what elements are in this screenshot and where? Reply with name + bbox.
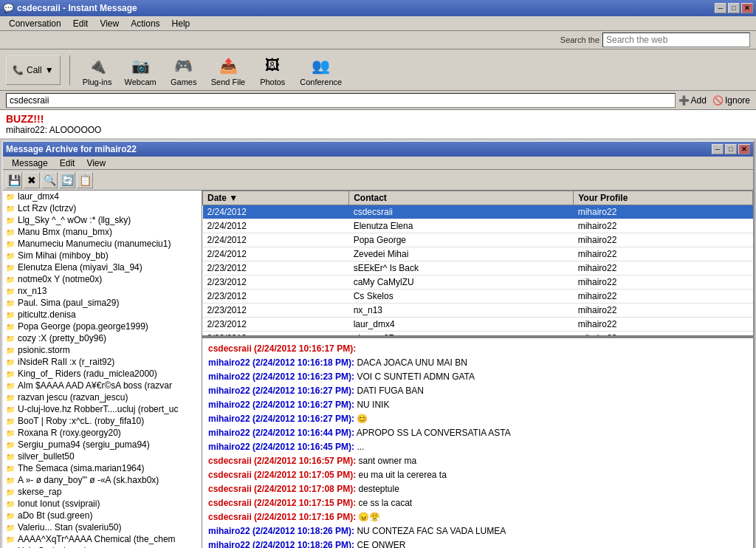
contact-item[interactable]: 📁iNsideR RaIl :x (r_rait92) bbox=[3, 356, 202, 368]
inner-clipboard-button[interactable]: 📋 bbox=[77, 172, 93, 188]
contact-item[interactable]: 📁A »- ø dany_boy'" ø -«A (sk.haxb0x) bbox=[3, 474, 202, 486]
inner-title-bar: Message Archive for mihairo22 ─ □ ✕ bbox=[3, 142, 753, 157]
plug-ins-button[interactable]: 🔌 Plug-ins bbox=[79, 52, 116, 88]
contact-item[interactable]: 📁Lct Rzv (lctrzv) bbox=[3, 202, 202, 214]
contact-item[interactable]: 📁Valeriu... Stan (svaleriu50) bbox=[3, 521, 202, 533]
table-row[interactable]: 2/23/2012caMy CaMylZUmihairo22 bbox=[203, 275, 753, 290]
table-row[interactable]: 2/23/2012Cs Skelosmihairo22 bbox=[203, 290, 753, 304]
contact-item[interactable]: 📁skerse_rap bbox=[3, 486, 202, 498]
close-button[interactable]: ✕ bbox=[741, 3, 753, 13]
minimize-button[interactable]: ─ bbox=[715, 3, 726, 13]
conference-button[interactable]: 👥 Conference bbox=[297, 52, 345, 88]
menu-conversation[interactable]: Conversation bbox=[3, 17, 67, 30]
contact-item[interactable]: 📁King_of_ Riders (radu_miclea2000) bbox=[3, 368, 202, 380]
table-row[interactable]: 2/24/2012Popa Georgemihairo22 bbox=[203, 233, 753, 247]
main-title-bar: 💬 csdecsraii - Instant Message ─ □ ✕ bbox=[0, 0, 756, 16]
table-row[interactable]: 2/24/2012Zevedei Mihaimihairo22 bbox=[203, 247, 753, 261]
contact-item[interactable]: 📁U-cluj-love.hz RobberT....ucluj (robert… bbox=[3, 403, 202, 415]
contact-item[interactable]: 📁Sim Mihai (mihboy_bb) bbox=[3, 250, 202, 261]
contact-item[interactable]: 📁razvan jescu (razvan_jescu) bbox=[3, 391, 202, 403]
menu-help[interactable]: Help bbox=[166, 17, 196, 30]
inner-title-controls: ─ □ ✕ bbox=[712, 144, 750, 154]
contact-item[interactable]: 📁piticultz.denisa bbox=[3, 309, 202, 321]
webcam-icon: 📷 bbox=[128, 54, 152, 78]
call-button[interactable]: 📞 Call ▼ bbox=[6, 55, 61, 85]
message-sender: csdecsraii (2/24/2012 10:17:16 PM): bbox=[208, 512, 356, 522]
contact-icon: 📁 bbox=[6, 382, 15, 390]
table-row[interactable]: 2/24/2012Elenutza Elenamihairo22 bbox=[203, 219, 753, 233]
contact-item[interactable]: 📁Popa George (popa.george1999) bbox=[3, 321, 202, 332]
contact-name: Paul. Sima (paul_sima29) bbox=[18, 298, 119, 308]
table-row[interactable]: 2/23/2012alexx_a97mihairo22 bbox=[203, 332, 753, 339]
message-sender: mihairo22 (2/24/2012 10:16:27 PM): bbox=[208, 386, 354, 396]
cell-contact: Zevedei Mihai bbox=[349, 247, 574, 261]
buzz-message: mihairo22: ALOOOOOO bbox=[6, 125, 750, 135]
cell-profile: mihairo22 bbox=[574, 304, 753, 318]
contact-item[interactable]: 📁silver_bullet50 bbox=[3, 451, 202, 462]
inner-menu-view[interactable]: View bbox=[80, 157, 111, 170]
inner-menu-edit[interactable]: Edit bbox=[54, 157, 81, 170]
contact-item[interactable]: 📁The Semaca (sima.marian1964) bbox=[3, 462, 202, 474]
contact-icon: 📁 bbox=[6, 441, 15, 449]
inner-close-button[interactable]: ✕ bbox=[738, 144, 750, 154]
contact-item[interactable]: 📁notme0x Y (notme0x) bbox=[3, 273, 202, 285]
contact-search-input[interactable] bbox=[6, 93, 676, 108]
message-line: mihairo22 (2/24/2012 10:16:45 PM): ... bbox=[208, 440, 747, 453]
menu-view[interactable]: View bbox=[94, 17, 125, 30]
contact-item[interactable]: 📁Elenutza Elena (miyavi_3la_94) bbox=[3, 261, 202, 273]
inner-delete-button[interactable]: ✖ bbox=[24, 172, 40, 188]
contact-item[interactable]: 📁laur_dmx4 bbox=[3, 191, 202, 202]
contact-name: Alm $AAAA AAD A¥€r©sA boss (razvar bbox=[18, 380, 172, 391]
inner-minimize-button[interactable]: ─ bbox=[712, 144, 724, 154]
contact-item[interactable]: 📁Manumeciu Manumeciu (manumeciu1) bbox=[3, 238, 202, 250]
contact-name: razvan jescu (razvan_jescu) bbox=[18, 392, 128, 403]
contact-item[interactable]: 📁Alm $AAAA AAD A¥€r©sA boss (razvar bbox=[3, 380, 202, 391]
inner-refresh-button[interactable]: 🔄 bbox=[59, 172, 75, 188]
cell-profile: mihairo22 bbox=[574, 247, 753, 261]
inner-save-button[interactable]: 💾 bbox=[6, 172, 22, 188]
title-bar-controls: ─ □ ✕ bbox=[715, 3, 753, 13]
table-row[interactable]: 2/23/2012sEEkEr^ Is Backmihairo22 bbox=[203, 261, 753, 275]
maximize-button[interactable]: □ bbox=[728, 3, 740, 13]
call-dropdown-icon[interactable]: ▼ bbox=[45, 65, 54, 75]
inner-search-button[interactable]: 🔍 bbox=[41, 172, 58, 188]
contact-item[interactable]: 📁AAAA^XqTr^AAAA Chemical (the_chem bbox=[3, 533, 202, 545]
contact-icon: 📁 bbox=[6, 264, 15, 272]
inner-maximize-button[interactable]: □ bbox=[725, 144, 737, 154]
add-label: Add bbox=[691, 95, 707, 106]
message-line: csdecsraii (2/24/2012 10:16:17 PM): bbox=[208, 342, 747, 355]
contact-item[interactable]: 📁Ionut Ionut (ssvipraii) bbox=[3, 498, 202, 510]
send-file-button[interactable]: 📤 Send File bbox=[208, 52, 248, 88]
col-contact[interactable]: Contact bbox=[349, 191, 574, 205]
contact-item[interactable]: 📁psionic.storm bbox=[3, 344, 202, 356]
add-contact-button[interactable]: ➕ Add bbox=[678, 95, 707, 106]
menu-actions[interactable]: Actions bbox=[125, 17, 165, 30]
cell-profile: mihairo22 bbox=[574, 318, 753, 332]
col-profile[interactable]: Your Profile bbox=[574, 191, 753, 205]
inner-menu-message[interactable]: Message bbox=[6, 157, 54, 170]
contact-item[interactable]: 📁Manu Bmx (manu_bmx) bbox=[3, 226, 202, 238]
contact-item[interactable]: 📁Llg_Sky ^_^ wOw :* (llg_sky) bbox=[3, 214, 202, 226]
table-row[interactable]: 2/23/2012nx_n13mihairo22 bbox=[203, 304, 753, 318]
contact-item[interactable]: 📁cozy :X (pretty_b0y96) bbox=[3, 332, 202, 344]
table-row[interactable]: 2/23/2012laur_dmx4mihairo22 bbox=[203, 318, 753, 332]
message-sender: mihairo22 (2/24/2012 10:18:26 PM): bbox=[208, 526, 354, 536]
photos-button[interactable]: 🖼 Photos bbox=[254, 52, 291, 88]
col-date[interactable]: Date ▼ bbox=[203, 191, 349, 205]
message-line: csdecsraii (2/24/2012 10:17:16 PM): 😠😤 bbox=[208, 510, 747, 524]
games-button[interactable]: 🎮 Games bbox=[165, 52, 202, 88]
table-row[interactable]: 2/24/2012csdecsraiimihairo22 bbox=[203, 205, 753, 219]
contact-item[interactable]: 📁Sergiu_puma94 (sergiu_puma94) bbox=[3, 439, 202, 451]
ignore-contact-button[interactable]: 🚫 Ignore bbox=[712, 95, 750, 106]
contact-name: U-cluj-love.hz RobberT....ucluj (robert_… bbox=[18, 404, 178, 414]
contact-item[interactable]: 📁aDo Bt (sud.green) bbox=[3, 510, 202, 521]
contact-item[interactable]: 📁Usla Cs (usla_cs) bbox=[3, 545, 202, 548]
webcam-button[interactable]: 📷 Webcam bbox=[122, 52, 159, 88]
search-web-input[interactable] bbox=[602, 32, 750, 47]
menu-edit[interactable]: Edit bbox=[67, 17, 94, 30]
message-text: NU INIK bbox=[357, 400, 389, 410]
contact-item[interactable]: 📁Roxana R (roxy.georgy20) bbox=[3, 427, 202, 439]
contact-item[interactable]: 📁BooT | Roby :x^cL. (roby_fifa10) bbox=[3, 415, 202, 427]
contact-item[interactable]: 📁Paul. Sima (paul_sima29) bbox=[3, 297, 202, 309]
contact-item[interactable]: 📁nx_n13 bbox=[3, 285, 202, 297]
